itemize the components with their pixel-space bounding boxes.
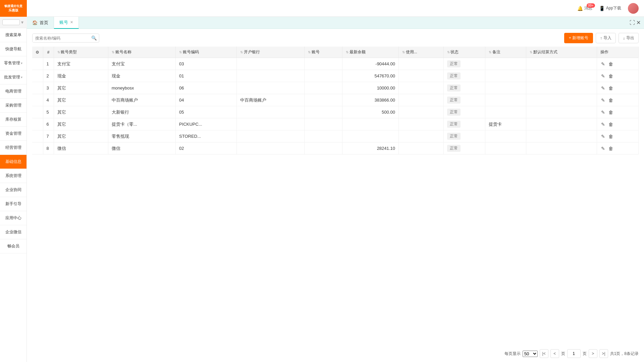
cell-type: 支付宝 [54, 58, 108, 70]
cell-code: 01 [176, 70, 237, 82]
col-type[interactable]: 账号类型 [54, 47, 108, 58]
first-page-button[interactable]: |< [540, 349, 548, 358]
cell-status: 正常 [443, 58, 485, 70]
sidebar-item-search-menu[interactable]: 搜索菜单 [0, 28, 26, 42]
tab-account[interactable]: 账号 ✕ [54, 17, 79, 29]
edit-button[interactable]: ✎ [600, 133, 606, 140]
col-remark[interactable]: 备注 [485, 47, 526, 58]
cell-action: ✎ 🗑 [597, 106, 638, 118]
delete-button[interactable]: 🗑 [608, 145, 614, 152]
cell-default-settle [526, 142, 597, 155]
action-buttons: + 新增账号 ↑ 导入 ↓ 导出 [564, 33, 639, 43]
sidebar-item-enterprise-agreement[interactable]: 企业协同 [0, 183, 26, 197]
cell-remark [485, 82, 526, 94]
delete-button[interactable]: 🗑 [608, 61, 614, 67]
col-bank[interactable]: 开户银行 [237, 47, 304, 58]
msg-badge: 99+ [587, 3, 595, 8]
col-code[interactable]: 账号编码 [176, 47, 237, 58]
cell-type: 其它 [54, 130, 108, 142]
cell-code: 02 [176, 142, 237, 155]
page-input[interactable] [567, 349, 581, 358]
cell-default-settle [526, 58, 597, 70]
delete-button[interactable]: 🗑 [608, 97, 614, 104]
col-default-settle[interactable]: 默认结算方式 [526, 47, 597, 58]
sidebar-item-system-mgmt[interactable]: 系统管理 [0, 169, 26, 183]
col-balance[interactable]: 最新余额 [342, 47, 399, 58]
table-row: 4 其它 中百商场账户 04 中百商场账户 383866.00 正常 ✎ 🗑 [32, 94, 639, 106]
sidebar-item-ecommerce-mgmt[interactable]: 电商管理 [0, 84, 26, 99]
cell-default-settle [526, 130, 597, 142]
tabbar: 🏠 首页 账号 ✕ ⛶ ✕ [27, 17, 644, 29]
prev-page-button[interactable]: < [550, 349, 559, 358]
sidebar-item-member[interactable]: 畅会员 [0, 239, 26, 253]
logo-line2: 乐惠版 [4, 8, 22, 12]
last-page-button[interactable]: >| [599, 349, 608, 358]
close-tab-button[interactable]: ✕ [636, 19, 641, 26]
edit-button[interactable]: ✎ [600, 121, 606, 128]
cell-status: 正常 [443, 130, 485, 142]
delete-button[interactable]: 🗑 [608, 121, 614, 128]
user-avatar[interactable] [628, 3, 639, 14]
new-account-button[interactable]: + 新增账号 [564, 33, 593, 43]
delete-button[interactable]: 🗑 [608, 133, 614, 140]
next-page-button[interactable]: > [589, 349, 597, 358]
edit-button[interactable]: ✎ [600, 61, 606, 67]
col-settings[interactable]: ⚙ [32, 47, 43, 58]
edit-button[interactable]: ✎ [600, 109, 606, 116]
sidebar-item-finance-mgmt[interactable]: 资金管理 [0, 127, 26, 141]
delete-button[interactable]: 🗑 [608, 73, 614, 79]
cell-balance [342, 130, 399, 142]
edit-button[interactable]: ✎ [600, 97, 606, 104]
import-button[interactable]: ↑ 导入 [596, 33, 616, 43]
col-name[interactable]: 账号名称 [108, 47, 175, 58]
maximize-button[interactable]: ⛶ [630, 20, 635, 26]
cell-bank [237, 70, 304, 82]
sidebar-item-enterprise-wechat[interactable]: 企业微信 [0, 225, 26, 239]
col-account-no[interactable]: 账号 [304, 47, 342, 58]
search-button[interactable]: 🔍 [89, 34, 99, 42]
cell-usage [398, 58, 443, 70]
sidebar-item-label: 采购管理 [1, 103, 25, 108]
edit-button[interactable]: ✎ [600, 85, 606, 92]
cell-bank [237, 118, 304, 130]
cell-index: 4 [43, 94, 54, 106]
table-row: 2 现金 现金 01 547670.00 正常 ✎ 🗑 [32, 70, 639, 82]
cell-name: 现金 [108, 70, 175, 82]
search-icon: 🔍 [91, 36, 97, 41]
cell-type: 其它 [54, 82, 108, 94]
cell-balance: -90444.00 [342, 58, 399, 70]
search-input[interactable] [33, 34, 89, 42]
edit-button[interactable]: ✎ [600, 145, 606, 152]
sidebar-item-new-guide[interactable]: 新手引导 [0, 197, 26, 211]
sidebar-search-input[interactable] [2, 19, 20, 25]
cell-remark [485, 142, 526, 155]
sidebar-item-wholesale-mgmt[interactable]: 批发管理 ▾ [0, 70, 26, 84]
cell-remark: 提货卡 [485, 118, 526, 130]
cell-type: 其它 [54, 106, 108, 118]
per-page-select[interactable]: 50 10 20 100 [523, 351, 538, 357]
tab-close-icon[interactable]: ✕ [70, 20, 73, 24]
sidebar-item-app-center[interactable]: 应用中心 [0, 211, 26, 225]
cell-status: 正常 [443, 94, 485, 106]
cell-account-no [304, 142, 342, 155]
delete-button[interactable]: 🗑 [608, 109, 614, 116]
col-usage[interactable]: 使用... [398, 47, 443, 58]
tab-home[interactable]: 🏠 首页 [27, 17, 54, 29]
delete-button[interactable]: 🗑 [608, 85, 614, 92]
sidebar: 畅捷通好生意 乐惠版 ▼ 搜索菜单 快捷导航 零售管理 ▾ 批发管理 ▾ 电商管… [0, 0, 27, 362]
sidebar-item-purchase-mgmt[interactable]: 采购管理 [0, 99, 26, 113]
sidebar-item-operations-mgmt[interactable]: 经营管理 [0, 141, 26, 155]
cell-settings [32, 70, 43, 82]
export-button[interactable]: ↓ 导出 [619, 33, 639, 43]
sidebar-item-label: 畅会员 [1, 243, 25, 249]
table-row: 8 微信 微信 02 28241.10 正常 ✎ 🗑 [32, 142, 639, 155]
msg-button[interactable]: 🔔 消息 99+ [577, 5, 592, 11]
col-status[interactable]: 状态 [443, 47, 485, 58]
sidebar-item-inventory-count[interactable]: 库存核算 [0, 113, 26, 127]
cell-account-no [304, 58, 342, 70]
sidebar-item-retail-mgmt[interactable]: 零售管理 ▾ [0, 56, 26, 70]
sidebar-item-basic-info[interactable]: 基础信息 [0, 155, 26, 169]
sidebar-item-quick-nav[interactable]: 快捷导航 [0, 42, 26, 56]
edit-button[interactable]: ✎ [600, 73, 606, 79]
app-download-button[interactable]: 📱 App下载 [599, 5, 621, 11]
